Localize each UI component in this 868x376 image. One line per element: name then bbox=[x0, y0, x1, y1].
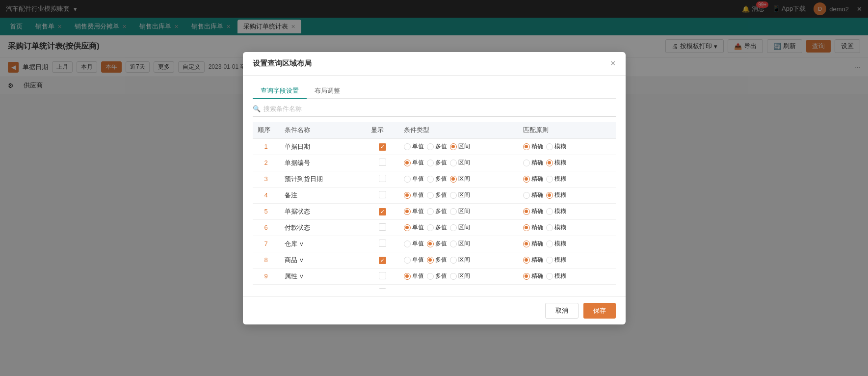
modal-tab-bar: 查询字段设置 布局调整 bbox=[253, 83, 616, 95]
modal-title: 设置查询区域布局 bbox=[253, 59, 312, 68]
modal-tab-query-fields[interactable]: 查询字段设置 bbox=[253, 83, 307, 95]
modal-header: 设置查询区域布局 × bbox=[243, 52, 626, 76]
settings-modal: 设置查询区域布局 × 查询字段设置 布局调整 🔍 顺序 bbox=[243, 52, 626, 95]
modal-overlay: 设置查询区域布局 × 查询字段设置 布局调整 🔍 顺序 bbox=[0, 0, 868, 94]
modal-close-button[interactable]: × bbox=[610, 59, 616, 68]
modal-tab-layout[interactable]: 布局调整 bbox=[307, 83, 348, 95]
modal-body: 查询字段设置 布局调整 🔍 顺序 条件名称 显示 条件类型 bbox=[243, 76, 626, 95]
